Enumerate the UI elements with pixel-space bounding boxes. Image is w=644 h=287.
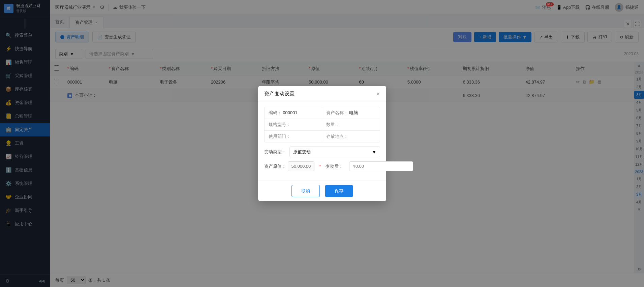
modal-header: 资产变动设置 × [258, 86, 386, 101]
qty-label: 数量： [326, 122, 339, 127]
modal-close-button[interactable]: × [376, 91, 380, 97]
original-value-label: 资产原值： [264, 163, 284, 169]
dept-label: 使用部门： [269, 134, 290, 139]
value-row: 资产原值： 50,000.00 * 变动后： [264, 161, 380, 171]
asset-name-value: 电脑 [349, 110, 358, 115]
after-value-input[interactable] [349, 161, 413, 171]
asset-change-modal: 资产变动设置 × 编码： 000001 资产名称： 电脑 [258, 86, 386, 201]
modal-info-grid: 编码： 000001 资产名称： 电脑 规格型号： 数量： [264, 107, 380, 142]
code-value: 000001 [283, 110, 297, 115]
code-label: 编码： [269, 110, 282, 115]
after-label: 变动后： [326, 163, 346, 169]
required-after: * [319, 164, 321, 169]
content-area: 资产明细 📄 变更生成凭证 对账 + 新增 批量操作 ▼ [50, 28, 644, 287]
model-label: 规格型号： [269, 122, 290, 127]
modal-body: 编码： 000001 资产名称： 电脑 规格型号： 数量： [258, 101, 386, 181]
cancel-button[interactable]: 取消 [292, 185, 320, 197]
modal-qty-cell: 数量： [322, 119, 380, 131]
modal-model-cell: 规格型号： [265, 119, 322, 131]
save-button[interactable]: 保存 [325, 185, 353, 197]
original-value-display: 50,000.00 [288, 161, 315, 171]
modal-name-cell: 资产名称： 电脑 [322, 107, 380, 119]
change-type-value: 原值变动 [293, 149, 311, 155]
change-type-select[interactable]: 原值变动 ▼ [289, 147, 380, 157]
main-area: 医疗器械行业演示 ▼ ⚙ ☁ 我要体验一下 📨 消息 99+ 📱 App下载 🎧… [50, 0, 644, 287]
modal-overlay: 资产变动设置 × 编码： 000001 资产名称： 电脑 [50, 28, 644, 287]
change-type-row: 变动类型： 原值变动 ▼ [264, 147, 380, 157]
modal-title: 资产变动设置 [264, 91, 295, 97]
modal-footer: 取消 保存 [258, 181, 386, 201]
location-label: 存放地点： [326, 134, 348, 139]
change-type-label: 变动类型： [264, 149, 286, 155]
modal-location-cell: 存放地点： [322, 131, 380, 142]
modal-code-cell: 编码： 000001 [265, 107, 322, 119]
modal-dept-cell: 使用部门： [265, 131, 322, 142]
change-type-arrow: ▼ [372, 150, 376, 155]
asset-name-label: 资产名称： [326, 110, 348, 115]
